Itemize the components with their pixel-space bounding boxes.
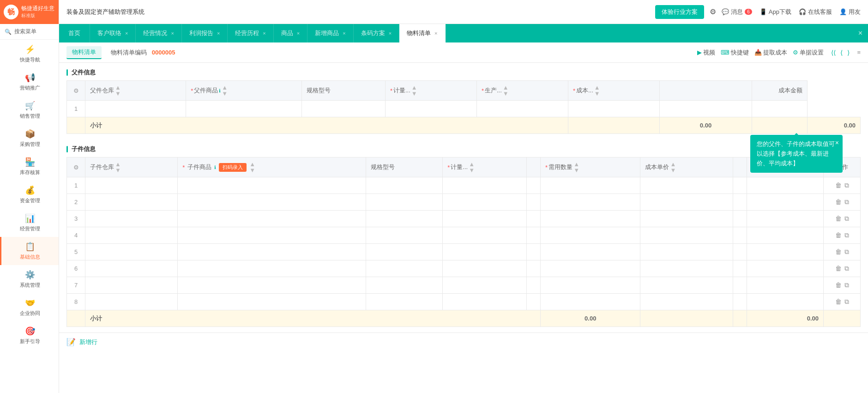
tab-barcode-close[interactable]: ×	[389, 30, 392, 36]
tab-history-close[interactable]: ×	[263, 30, 265, 36]
tabs-close-all[interactable]: ×	[853, 29, 868, 37]
delete-icon[interactable]: 🗑	[835, 265, 842, 272]
child-goods-2[interactable]	[178, 194, 366, 211]
copy-icon[interactable]: ⧉	[844, 198, 849, 206]
tooltip-box: × 您的父件、子件的成本取值可以选择【参考成本、最新进价、平均成本】	[750, 135, 843, 173]
tab-goods-close[interactable]: ×	[297, 30, 300, 36]
copy-icon[interactable]: ⧉	[844, 281, 849, 289]
tab-barcode-label: 条码方案	[361, 29, 385, 37]
view-toggle-icon[interactable]: ≡	[857, 49, 861, 56]
tab-business[interactable]: 经营情况 ×	[136, 24, 181, 42]
sub-tab-bom-code[interactable]: 物料清单编码 0000005	[105, 47, 181, 59]
tab-business-close[interactable]: ×	[171, 30, 174, 36]
child-qty-1[interactable]	[541, 177, 640, 194]
sidebar-item-inventory[interactable]: 🏪 库存核算	[0, 152, 59, 181]
child-unitprice-1[interactable]	[640, 177, 733, 194]
sidebar-item-label: 快捷导航	[20, 56, 40, 63]
tab-profit[interactable]: 利润报告 ×	[182, 24, 228, 42]
single-setting-button[interactable]: ⚙ 单据设置	[793, 48, 824, 57]
sidebar-item-label: 资金管理	[20, 197, 40, 204]
user-button[interactable]: 👤 用友	[839, 8, 861, 16]
parent-subtotal-row: 小计 0.00 0.00	[67, 117, 861, 134]
sidebar-item-basic-info[interactable]: 📋 基础信息	[0, 237, 59, 265]
tab-goods[interactable]: 商品 ×	[274, 24, 307, 42]
tab-barcode[interactable]: 条码方案 ×	[354, 24, 399, 42]
parent-col-goods: *父件商品ℹ ▲▼	[186, 81, 302, 101]
parent-goods-cell[interactable]	[186, 101, 302, 117]
sidebar-item-finance[interactable]: 💰 资金管理	[0, 181, 59, 209]
message-button[interactable]: 💬 消息 6	[722, 8, 752, 16]
tab-profit-close[interactable]: ×	[217, 30, 220, 36]
tab-home[interactable]: 首页	[59, 24, 90, 42]
copy-icon[interactable]: ⧉	[844, 298, 849, 306]
tab-customer[interactable]: 客户联络 ×	[90, 24, 136, 42]
child-warehouse-1[interactable]	[85, 177, 178, 194]
sub-tab-bom-list[interactable]: 物料清单	[66, 46, 102, 59]
parent-warehouse-cell[interactable]	[85, 101, 186, 117]
delete-icon[interactable]: 🗑	[835, 198, 842, 206]
nav-first[interactable]: ⟨⟨	[829, 48, 838, 57]
column-settings-icon[interactable]: ⚙	[72, 87, 80, 94]
sidebar-item-label: 经营管理	[20, 225, 40, 232]
sidebar-item-quick-nav[interactable]: ⚡ 快捷导航	[0, 40, 59, 68]
scan-button[interactable]: 扫码录入	[219, 163, 247, 172]
tab-bom-close[interactable]: ×	[434, 30, 437, 36]
settings-icon[interactable]: ⚙	[710, 7, 716, 16]
sidebar-item-sales[interactable]: 🛒 销售管理	[0, 96, 59, 124]
add-row-label[interactable]: 新增行	[79, 338, 97, 346]
tab-new-goods-close[interactable]: ×	[343, 30, 345, 36]
sidebar-item-system[interactable]: ⚙️ 系统管理	[0, 265, 59, 293]
copy-icon[interactable]: ⧉	[844, 231, 849, 239]
tab-new-goods[interactable]: 新增商品 ×	[307, 24, 353, 42]
sidebar-item-operations[interactable]: 📊 经营管理	[0, 209, 59, 237]
sidebar-item-guide[interactable]: 🎯 新手引导	[0, 321, 59, 350]
delete-icon[interactable]: 🗑	[835, 248, 842, 256]
search-menu[interactable]: 🔍 搜索菜单	[0, 24, 59, 40]
delete-icon[interactable]: 🗑	[835, 231, 842, 239]
child-unit-2[interactable]	[443, 194, 527, 211]
tab-customer-close[interactable]: ×	[125, 30, 128, 36]
sidebar-item-marketing[interactable]: 📢 营销推广	[0, 68, 59, 96]
nav-prev[interactable]: ⟨	[838, 48, 844, 57]
child-unitprice-2[interactable]	[640, 194, 733, 211]
child-warehouse-2[interactable]	[85, 194, 178, 211]
delete-icon[interactable]: 🗑	[835, 281, 842, 289]
logo-icon: 畅	[4, 5, 18, 19]
copy-icon[interactable]: ⧉	[844, 215, 849, 223]
setting-icon: ⚙	[793, 49, 798, 56]
tab-goods-label: 商品	[281, 29, 293, 37]
child-col-qty: *需用数量 ▲▼	[541, 157, 640, 177]
copy-icon[interactable]: ⧉	[844, 265, 849, 272]
child-column-settings-icon[interactable]: ⚙	[72, 164, 80, 171]
parent-unit-cell[interactable]	[385, 101, 476, 117]
parent-prod-cell[interactable]	[476, 101, 568, 117]
parent-cost-cell[interactable]	[568, 101, 659, 117]
tab-history[interactable]: 经营历程 ×	[228, 24, 273, 42]
nav-next[interactable]: ⟩	[845, 48, 851, 57]
copy-icon[interactable]: ⧉	[844, 248, 849, 256]
child-spec-1[interactable]	[366, 177, 442, 194]
header-actions: 💬 消息 6 📱 App下载 🎧 在线客服 👤 用友	[722, 8, 861, 16]
tooltip-close-button[interactable]: ×	[835, 138, 839, 148]
delete-icon[interactable]: 🗑	[835, 215, 842, 223]
user-icon: 👤	[839, 8, 847, 15]
sidebar-item-enterprise[interactable]: 🤝 企业协同	[0, 293, 59, 321]
sidebar-item-purchase[interactable]: 📦 采购管理	[0, 124, 59, 152]
child-goods-1[interactable]	[178, 177, 366, 194]
extract-cost-button[interactable]: 📥 提取成本	[754, 48, 787, 57]
online-service-button[interactable]: 🎧 在线客服	[799, 8, 832, 16]
child-qty-2[interactable]	[541, 194, 640, 211]
tab-bom[interactable]: 物料清单 ×	[399, 24, 445, 42]
delete-icon[interactable]: 🗑	[835, 181, 842, 189]
shortcut-button[interactable]: ⌨ 快捷键	[721, 48, 749, 57]
parent-spec-cell[interactable]	[301, 101, 385, 117]
app-download-button[interactable]: 📱 App下载	[760, 8, 791, 16]
child-unit-1[interactable]	[443, 177, 527, 194]
delete-icon[interactable]: 🗑	[835, 298, 842, 306]
video-button[interactable]: ▶ 视频	[697, 48, 715, 57]
copy-icon[interactable]: ⧉	[844, 181, 849, 189]
experience-button[interactable]: 体验行业方案	[655, 5, 704, 19]
subtotal-label: 小计	[85, 117, 568, 134]
parent-col-prod: *生产... ▲▼	[476, 81, 568, 101]
child-spec-2[interactable]	[366, 194, 442, 211]
